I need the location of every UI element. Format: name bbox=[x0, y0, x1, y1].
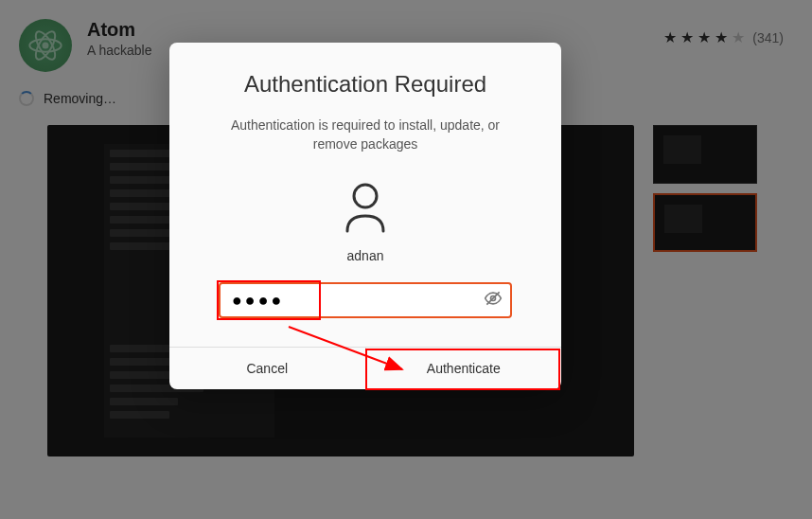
password-wrapper bbox=[219, 282, 512, 318]
dialog-subtitle: Authentication is required to install, u… bbox=[214, 116, 517, 153]
username: adnan bbox=[347, 248, 384, 263]
svg-line-8 bbox=[289, 327, 402, 369]
dialog-title: Authentication Required bbox=[244, 71, 486, 98]
annotation-arrow-icon bbox=[284, 322, 426, 388]
svg-point-4 bbox=[354, 185, 377, 207]
password-input[interactable] bbox=[219, 282, 512, 318]
user-icon bbox=[342, 182, 389, 237]
visibility-toggle-icon[interactable] bbox=[484, 289, 503, 312]
